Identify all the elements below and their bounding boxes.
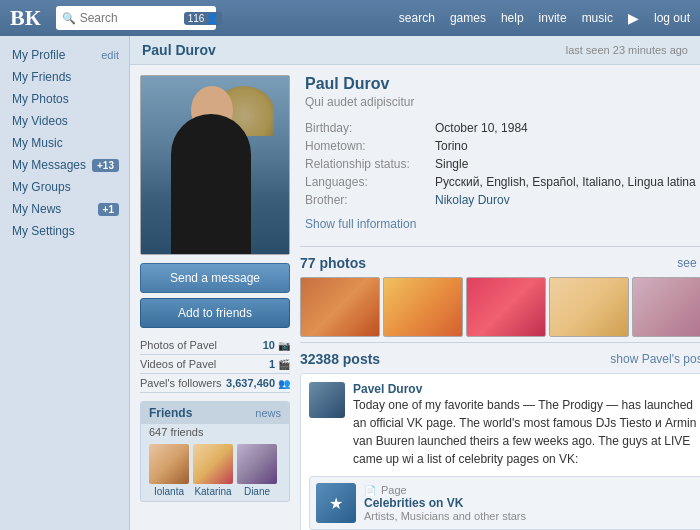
post-user-row: Pavel Durov Today one of my favorite ban… (309, 382, 700, 468)
brother-value[interactable]: Nikolay Durov (435, 191, 700, 209)
post-avatar (309, 382, 345, 418)
friends-news-link[interactable]: news (255, 407, 281, 419)
sidebar-item-my-messages[interactable]: My Messages +13 (0, 154, 129, 176)
page-badge: 📄 Page (364, 484, 526, 496)
sidebar: My Profile edit My Friends My Photos My … (0, 36, 130, 530)
photo-thumb-4[interactable] (632, 277, 700, 337)
last-seen-text: last seen 23 minutes ago (566, 44, 688, 56)
sidebar-item-my-friends[interactable]: My Friends (0, 66, 129, 88)
post-entry: Pavel Durov Today one of my favorite ban… (300, 373, 700, 530)
attached-title: Celebrities on VK (364, 496, 526, 510)
profile-left-column: Send a message Add to friends Photos of … (140, 75, 290, 530)
user-icon: 👤 (206, 13, 218, 24)
post-body: Today one of my favorite bands — The Pro… (353, 396, 700, 468)
sidebar-item-my-groups[interactable]: My Groups (0, 176, 129, 198)
photo-thumb-3[interactable] (549, 277, 629, 337)
add-friend-button[interactable]: Add to friends (140, 298, 290, 328)
friend-item-2[interactable]: Diane (237, 444, 277, 497)
nav-music[interactable]: music (582, 11, 613, 25)
relationship-label: Relationship status: (305, 155, 435, 173)
friend-name-0: Iolanta (149, 486, 189, 497)
sidebar-label-my-profile: My Profile (12, 48, 65, 62)
friends-box: Friends news 647 friends Iolanta Katarin… (140, 401, 290, 502)
languages-value: Русский, English, Español, Italiano, Lin… (435, 173, 700, 191)
nav-search[interactable]: search (399, 11, 435, 25)
friends-count: 647 friends (141, 424, 289, 440)
friend-name-2: Diane (237, 486, 277, 497)
sidebar-label-my-news: My News (12, 202, 61, 216)
nav-logout[interactable]: log out (654, 11, 690, 25)
followers-icon: 👥 (278, 378, 290, 389)
posts-section-title: 32388 posts (300, 351, 380, 367)
topbar-nav: search games help invite music ▶ log out (226, 10, 690, 26)
profile-info: Paul Durov Qui audet adipiscitur Birthda… (300, 75, 700, 241)
send-message-button[interactable]: Send a message (140, 263, 290, 293)
post-author[interactable]: Pavel Durov (353, 382, 700, 396)
search-box: 🔍 116 👤 (56, 6, 216, 30)
person-subtitle: Qui audet adipiscitur (305, 95, 700, 109)
post-attached[interactable]: ★ 📄 Page Celebrities on VK Artists, Musi… (309, 476, 700, 530)
friend-photo-1 (193, 444, 233, 484)
news-badge: +1 (98, 203, 119, 216)
person-full-name: Paul Durov (305, 75, 700, 93)
friend-item-0[interactable]: Iolanta (149, 444, 189, 497)
photos-see-all-link[interactable]: see all (677, 256, 700, 270)
content-area: Paul Durov last seen 23 minutes ago Send… (130, 36, 700, 530)
nav-invite[interactable]: invite (539, 11, 567, 25)
profile-right-column: Paul Durov Qui audet adipiscitur Birthda… (300, 75, 700, 530)
vk-logo: ВК (10, 5, 41, 31)
photo-thumb-1[interactable] (383, 277, 463, 337)
profile-body: Send a message Add to friends Photos of … (130, 65, 700, 530)
search-input[interactable] (80, 11, 180, 25)
sidebar-item-my-settings[interactable]: My Settings (0, 220, 129, 242)
profile-stats: Photos of Pavel 10 📷 Videos of Pavel 1 🎬 (140, 336, 290, 393)
sidebar-label-my-videos: My Videos (12, 114, 68, 128)
hometown-label: Hometown: (305, 137, 435, 155)
play-icon[interactable]: ▶ (628, 10, 639, 26)
profile-photo (140, 75, 290, 255)
friends-photos: Iolanta Katarina Diane (141, 440, 289, 501)
photos-row (300, 277, 700, 337)
friend-photo-0 (149, 444, 189, 484)
photos-section: 77 photos see all (300, 246, 700, 337)
page-label-icon: 📄 (364, 485, 376, 496)
sidebar-label-my-groups: My Groups (12, 180, 71, 194)
profile-header: Paul Durov last seen 23 minutes ago (130, 36, 700, 65)
search-count: 116 👤 (184, 12, 223, 25)
friend-item-1[interactable]: Katarina (193, 444, 233, 497)
sidebar-label-my-photos: My Photos (12, 92, 69, 106)
photo-thumb-0[interactable] (300, 277, 380, 337)
post-header: Pavel Durov Today one of my favorite ban… (353, 382, 700, 468)
profile-header-name: Paul Durov (142, 42, 216, 58)
attached-subtitle: Artists, Musicians and other stars (364, 510, 526, 522)
page-label: Page (381, 484, 407, 496)
sidebar-label-my-friends: My Friends (12, 70, 71, 84)
attached-icon: ★ (316, 483, 356, 523)
sidebar-label-my-messages: My Messages (12, 158, 86, 172)
birthday-value: October 10, 1984 (435, 119, 700, 137)
sidebar-item-my-music[interactable]: My Music (0, 132, 129, 154)
video-icon: 🎬 (278, 359, 290, 370)
messages-badge: +13 (92, 159, 119, 172)
friend-photo-2 (237, 444, 277, 484)
sidebar-label-my-music: My Music (12, 136, 63, 150)
hometown-value: Torino (435, 137, 700, 155)
sidebar-item-my-profile[interactable]: My Profile edit (0, 44, 129, 66)
sidebar-item-my-videos[interactable]: My Videos (0, 110, 129, 132)
brother-label: Brother: (305, 191, 435, 209)
friends-header: Friends news (141, 402, 289, 424)
stat-row-photos: Photos of Pavel 10 📷 (140, 336, 290, 355)
show-pavels-posts-link[interactable]: show Pavel's posts (610, 352, 700, 366)
camera-icon: 📷 (278, 340, 290, 351)
sidebar-item-my-news[interactable]: My News +1 (0, 198, 129, 220)
nav-help[interactable]: help (501, 11, 524, 25)
nav-games[interactable]: games (450, 11, 486, 25)
sidebar-edit-link[interactable]: edit (101, 49, 119, 61)
sidebar-item-my-photos[interactable]: My Photos (0, 88, 129, 110)
posts-section-header: 32388 posts show Pavel's posts (300, 351, 700, 367)
photo-thumb-2[interactable] (466, 277, 546, 337)
friend-name-1: Katarina (193, 486, 233, 497)
sidebar-label-my-settings: My Settings (12, 224, 75, 238)
show-full-info-link[interactable]: Show full information (305, 217, 700, 231)
stat-row-videos: Videos of Pavel 1 🎬 (140, 355, 290, 374)
